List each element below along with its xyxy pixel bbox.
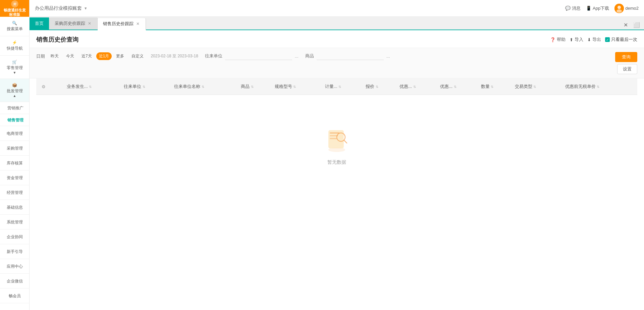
username-label: demo2 xyxy=(625,6,639,11)
empty-state: 暂无数据 xyxy=(36,95,637,192)
import-label: 导入 xyxy=(575,37,583,43)
date-btn-yesterday[interactable]: 昨天 xyxy=(48,52,62,60)
col-quote[interactable]: 报价 ⇅ xyxy=(363,79,397,95)
partner-filter-group: 往来单位 ... xyxy=(205,52,299,60)
help-action[interactable]: ❓ 帮助 xyxy=(550,37,566,43)
goods-filter-group: 商品 ... xyxy=(305,52,390,60)
sidebar: 好 畅捷通好生意 标准版 🔍 搜索菜单 ⚡ 快捷导航 🛒 零售管理 ▼ 📦 批发… xyxy=(0,0,30,310)
svg-point-4 xyxy=(616,9,622,13)
tab-close-all-icon[interactable]: ✕ xyxy=(622,20,629,30)
date-btn-more[interactable]: 更多 xyxy=(113,52,127,60)
tab-purchase-close-icon[interactable]: ✕ xyxy=(87,20,92,27)
import-icon: ⬆ xyxy=(570,37,573,42)
sidebar-item-basic[interactable]: 基础信息 xyxy=(0,200,29,215)
sort-discount2-icon: ⇅ xyxy=(454,85,457,89)
date-btn-custom[interactable]: 自定义 xyxy=(128,52,147,60)
sidebar-item-member[interactable]: 畅会员 xyxy=(0,289,29,303)
table-settings-icon[interactable]: ⚙ xyxy=(39,82,48,91)
page-header-actions: ❓ 帮助 ⬆ 导入 ⬇ 导出 ✓ 只看最后一次 xyxy=(550,37,637,43)
sidebar-item-finance[interactable]: 资金管理 xyxy=(0,170,29,185)
user-profile[interactable]: demo2 xyxy=(614,4,639,13)
import-action[interactable]: ⬆ 导入 xyxy=(570,37,583,43)
col-partner-name[interactable]: 往来单位名称 ⇅ xyxy=(171,79,238,95)
sidebar-item-sales[interactable]: 销售管理 xyxy=(0,114,29,126)
empty-state-icon xyxy=(320,122,354,155)
filter-area: 日期 昨天 今天 近7天 近1月 更多 自定义 2023-02-18 至 202… xyxy=(30,48,644,79)
user-avatar xyxy=(614,4,624,13)
sidebar-item-marketing[interactable]: 营销推广 xyxy=(0,102,29,114)
tab-sales-history[interactable]: 销售历史价跟踪 ✕ xyxy=(98,18,146,30)
tab-sales-close-icon[interactable]: ✕ xyxy=(136,21,140,27)
sidebar-item-operations[interactable]: 经营管理 xyxy=(0,185,29,200)
svg-rect-9 xyxy=(330,138,337,139)
tab-purchase-history-label: 采购历史价跟踪 xyxy=(55,20,85,27)
goods-dots-icon[interactable]: ... xyxy=(386,54,390,59)
partner-input[interactable] xyxy=(225,52,292,60)
col-pre-tax-price[interactable]: 优惠前无税单价 ⇅ xyxy=(562,79,637,95)
sidebar-item-ecommerce[interactable]: 电商管理 xyxy=(0,126,29,141)
data-table: ⚙ 业务发生... ⇅ 往来单位 ⇅ 往来单位名称 ⇅ xyxy=(36,79,637,95)
sort-trade-type-icon: ⇅ xyxy=(533,85,536,89)
sidebar-item-quick-nav[interactable]: ⚡ 快捷导航 xyxy=(0,36,29,56)
date-btn-today[interactable]: 今天 xyxy=(63,52,77,60)
sort-partner-name-icon: ⇅ xyxy=(202,85,204,89)
table-header-row: ⚙ 业务发生... ⇅ 往来单位 ⇅ 往来单位名称 ⇅ xyxy=(36,79,637,95)
sort-biz-date-icon: ⇅ xyxy=(89,85,92,89)
sort-partner-icon: ⇅ xyxy=(143,85,145,89)
goods-filter-label: 商品 xyxy=(305,53,314,59)
app-download-action[interactable]: 📱 App下载 xyxy=(586,5,609,11)
col-trade-type[interactable]: 交易类型 ⇅ xyxy=(512,79,562,95)
sidebar-item-system[interactable]: 系统管理 xyxy=(0,215,29,229)
main-content: 办公用品行业模拟账套 ▾ 💬 消息 📱 App下载 de xyxy=(30,0,644,310)
col-partner-code[interactable]: 往来单位 ⇅ xyxy=(121,79,171,95)
tabbar-actions: ✕ ⬜ xyxy=(622,20,644,30)
col-discount1[interactable]: 优惠... ⇅ xyxy=(397,79,437,95)
date-filter-label: 日期 xyxy=(36,53,45,59)
help-icon: ❓ xyxy=(550,37,555,42)
sidebar-item-purchase[interactable]: 采购管理 xyxy=(0,141,29,156)
sort-quote-icon: ⇅ xyxy=(376,85,378,89)
message-label: 消息 xyxy=(572,5,581,11)
page-title: 销售历史价查询 xyxy=(36,36,78,44)
export-action[interactable]: ⬇ 导出 xyxy=(587,37,601,43)
col-spec[interactable]: 规格型号 ⇅ xyxy=(272,79,322,95)
sidebar-item-wholesale[interactable]: 📦 批发管理 ▲ xyxy=(0,79,29,102)
tab-home-label: 首页 xyxy=(35,20,44,27)
sidebar-item-search[interactable]: 🔍 搜索菜单 xyxy=(0,17,29,36)
settings-button[interactable]: 设置 xyxy=(617,64,637,74)
col-unit[interactable]: 计量... ⇅ xyxy=(322,79,363,95)
help-label: 帮助 xyxy=(557,37,566,43)
app-logo: 好 畅捷通好生意 标准版 xyxy=(0,0,29,17)
query-button[interactable]: 查询 xyxy=(615,52,637,62)
sort-discount1-icon: ⇅ xyxy=(413,85,416,89)
sidebar-item-wechat[interactable]: 企业微信 xyxy=(0,274,29,289)
date-options: 昨天 今天 近7天 近1月 更多 自定义 xyxy=(48,52,147,60)
table-header: ⚙ 业务发生... ⇅ 往来单位 ⇅ 往来单位名称 ⇅ xyxy=(36,79,637,95)
empty-state-text: 暂无数据 xyxy=(327,159,346,165)
export-label: 导出 xyxy=(592,37,601,43)
svg-point-12 xyxy=(339,135,343,139)
only-last-checkbox[interactable]: ✓ 只看最后一次 xyxy=(605,37,637,43)
col-quantity[interactable]: 数量 ⇅ xyxy=(478,79,512,95)
col-discount2[interactable]: 优惠... ⇅ xyxy=(437,79,478,95)
partner-dots-icon[interactable]: ... xyxy=(295,54,299,59)
sidebar-item-enterprise[interactable]: 企业协同 xyxy=(0,229,29,244)
sidebar-item-app-center[interactable]: 应用中心 xyxy=(0,259,29,274)
tab-purchase-history[interactable]: 采购历史价跟踪 ✕ xyxy=(49,17,98,30)
tab-home[interactable]: 首页 xyxy=(30,17,49,30)
col-biz-date[interactable]: 业务发生... ⇅ xyxy=(64,79,121,95)
account-dropdown-icon[interactable]: ▾ xyxy=(85,6,87,11)
goods-input[interactable] xyxy=(317,52,384,60)
sidebar-item-guide[interactable]: 新手引导 xyxy=(0,244,29,259)
export-icon: ⬇ xyxy=(587,37,591,42)
sidebar-item-inventory[interactable]: 库存核算 xyxy=(0,156,29,170)
col-goods[interactable]: 商品 ⇅ xyxy=(238,79,272,95)
sidebar-item-retail[interactable]: 🛒 零售管理 ▼ xyxy=(0,56,29,79)
date-btn-1month[interactable]: 近1月 xyxy=(96,52,112,60)
tab-maximize-icon[interactable]: ⬜ xyxy=(632,20,641,30)
tab-sales-history-label: 销售历史价跟踪 xyxy=(103,21,133,27)
svg-rect-7 xyxy=(330,133,339,134)
svg-text:好: 好 xyxy=(13,2,16,6)
date-btn-7days[interactable]: 近7天 xyxy=(78,52,95,60)
message-action[interactable]: 💬 消息 xyxy=(565,5,581,11)
